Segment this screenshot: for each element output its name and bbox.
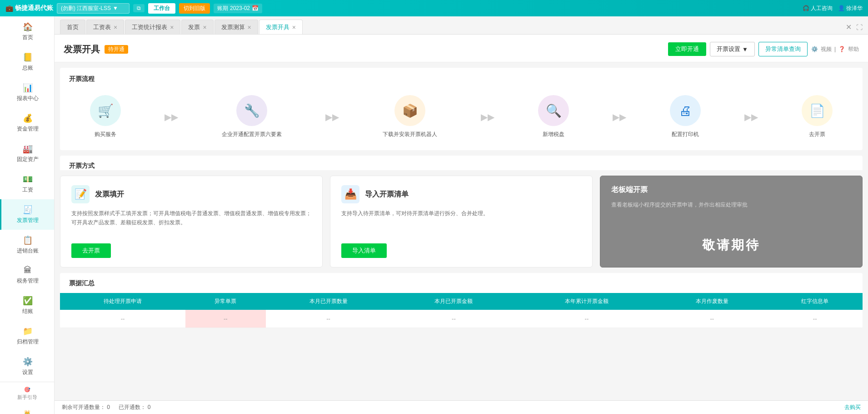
process-step-config: 🔧 企业开通配置开票六要素 bbox=[222, 95, 282, 138]
maximize-icon[interactable]: ⛶ bbox=[856, 24, 863, 31]
th-monthly-count: 本月已开票数量 bbox=[266, 293, 391, 310]
sidebar-item-archive[interactable]: 📁 归档管理 bbox=[0, 321, 54, 351]
invoice-methods-grid: 📝 发票填开 支持按照发票样式手工填开发票；可开具增值税电子普通发票、增值税普通… bbox=[60, 176, 863, 268]
sidebar-item-label: 工资 bbox=[22, 186, 33, 194]
customer-service-btn[interactable]: 🎧 人工咨询 bbox=[803, 5, 833, 12]
import-list-icon: 📥 bbox=[341, 185, 359, 203]
process-step-taxdisk: 🔍 新增税盘 bbox=[538, 95, 569, 138]
sidebar-item-ledger[interactable]: 📒 总账 bbox=[0, 47, 54, 77]
buy-link[interactable]: 去购买 bbox=[844, 404, 861, 411]
status-badge: 待开通 bbox=[105, 45, 128, 54]
top-bar-left: 💼 畅捷通易代账 (勿删) 江西服室-LSS ▼ ⧉ 工作台 切到旧版 账期 2… bbox=[5, 3, 262, 14]
sidebar-item-settings[interactable]: ⚙️ 设置 bbox=[0, 351, 54, 382]
tab-close-icon[interactable]: × bbox=[203, 24, 206, 30]
start-invoice-label: 去开票 bbox=[809, 131, 825, 138]
go-invoice-button[interactable]: 去开票 bbox=[71, 243, 111, 258]
sidebar-item-salary[interactable]: 💵 工资 bbox=[0, 169, 54, 199]
main-layout: 🏠 首页 📒 总账 📊 报表中心 💰 资金管理 🏭 固定资产 💵 工资 bbox=[0, 16, 868, 414]
tab-label: 工资统计报表 bbox=[132, 23, 167, 31]
th-pending: 待处理开票申请 bbox=[60, 293, 185, 310]
methods-section-wrapper: 开票方式 bbox=[55, 156, 868, 176]
tab-home[interactable]: 首页 bbox=[60, 20, 85, 34]
tab-invoice-tool[interactable]: 发票开具 × bbox=[259, 20, 303, 34]
tab-invoice-calc[interactable]: 发票测算 × bbox=[215, 20, 258, 34]
manual-fill-icon: 📝 bbox=[71, 185, 90, 203]
abnormal-query-button[interactable]: 异常清单查询 bbox=[758, 42, 808, 56]
sidebar-item-member[interactable]: 👑 畅会员 bbox=[0, 405, 54, 414]
tab-invoice-list[interactable]: 发票 × bbox=[181, 20, 213, 34]
process-step-start: 📄 去开票 bbox=[802, 95, 833, 138]
method-header-boss: 老板端开票 bbox=[611, 185, 851, 195]
company-selector[interactable]: (勿删) 江西服室-LSS ▼ bbox=[57, 3, 130, 14]
assets-icon: 🏭 bbox=[23, 144, 33, 154]
page-area: 发票开具 待开通 立即开通 开票设置 ▼ 异常清单查询 ⚙️ 视频 bbox=[55, 35, 868, 400]
td-abnormal: -- bbox=[185, 310, 266, 328]
sidebar-item-purchase[interactable]: 📋 进销台账 bbox=[0, 230, 54, 260]
sidebar-item-funds[interactable]: 💰 资金管理 bbox=[0, 108, 54, 138]
sidebar-item-guide[interactable]: 🎯 新手引导 bbox=[0, 382, 54, 405]
sidebar-item-settlement[interactable]: ✅ 结账 bbox=[0, 290, 54, 321]
tab-close-icon[interactable]: × bbox=[248, 24, 251, 30]
open-settings-button[interactable]: 开票设置 ▼ bbox=[710, 42, 755, 56]
summary-table: 待处理开票申请 异常单票 本月已开票数量 本月已开票金额 本年累计开票金额 本月… bbox=[60, 293, 863, 328]
start-invoice-icon: 📄 bbox=[802, 95, 833, 126]
sidebar-item-label: 设置 bbox=[22, 369, 33, 376]
process-step-download: 📦 下载并安装开票机器人 bbox=[383, 95, 437, 138]
page-header: 发票开具 待开通 立即开通 开票设置 ▼ 异常清单查询 ⚙️ 视频 bbox=[55, 35, 868, 62]
th-void-count: 本月作废数量 bbox=[657, 293, 767, 310]
home-icon: 🏠 bbox=[23, 22, 33, 32]
import-list-button[interactable]: 导入清单 bbox=[341, 243, 387, 258]
add-taxdisk-icon: 🔍 bbox=[538, 95, 569, 126]
open-settings-label: 开票设置 bbox=[717, 45, 740, 53]
td-void-count: -- bbox=[657, 310, 767, 328]
add-taxdisk-label: 新增税盘 bbox=[543, 131, 564, 138]
sidebar-item-reports[interactable]: 📊 报表中心 bbox=[0, 77, 54, 108]
opened-label: 已开通数： bbox=[119, 404, 146, 410]
switch-version-button[interactable]: 切到旧版 bbox=[179, 3, 210, 14]
sidebar-item-tax[interactable]: 🏛 税务管理 bbox=[0, 260, 54, 290]
tax-icon: 🏛 bbox=[24, 266, 32, 275]
boss-terminal-name: 老板端开票 bbox=[611, 185, 648, 195]
top-bar-right: 🎧 人工咨询 👤 徐泽华 bbox=[803, 5, 863, 12]
copy-button[interactable]: ⧉ bbox=[133, 4, 145, 12]
td-pending: -- bbox=[60, 310, 185, 328]
tab-close-icon[interactable]: × bbox=[170, 24, 174, 30]
sidebar-item-home[interactable]: 🏠 首页 bbox=[0, 16, 54, 47]
tab-salary-stats[interactable]: 工资统计报表 × bbox=[125, 20, 180, 34]
tab-close-icon[interactable]: × bbox=[292, 24, 296, 30]
buy-service-icon: 🛒 bbox=[90, 95, 121, 126]
workspace-button[interactable]: 工作台 bbox=[148, 3, 175, 14]
sidebar-item-invoice[interactable]: 🧾 发票管理 bbox=[0, 199, 54, 230]
sidebar-item-label: 进销台账 bbox=[17, 247, 39, 255]
arrow-icon-3: ▶▶ bbox=[481, 111, 494, 122]
header-right-icons: ⚙️ 视频 | ❓ 帮助 bbox=[811, 45, 859, 53]
sidebar-bottom-label: 新手引导 bbox=[17, 394, 37, 401]
manual-fill-name: 发票填开 bbox=[95, 190, 124, 199]
remaining-label: 剩余可开通数量： bbox=[62, 404, 105, 410]
sidebar-item-label: 归档管理 bbox=[17, 338, 39, 346]
tab-label: 发票 bbox=[188, 23, 200, 31]
tab-label: 发票测算 bbox=[221, 23, 245, 31]
sidebar-item-assets[interactable]: 🏭 固定资产 bbox=[0, 138, 54, 169]
download-robot-label: 下载并安装开票机器人 bbox=[383, 131, 437, 138]
close-tab-btn[interactable]: ✕ bbox=[844, 22, 853, 32]
tab-close-icon[interactable]: × bbox=[114, 24, 117, 30]
arrow-icon-1: ▶▶ bbox=[165, 111, 178, 122]
sidebar: 🏠 首页 📒 总账 📊 报表中心 💰 资金管理 🏭 固定资产 💵 工资 bbox=[0, 16, 55, 414]
user-icon: 👤 bbox=[838, 5, 845, 11]
user-profile-btn[interactable]: 👤 徐泽华 bbox=[838, 5, 863, 12]
table-row: -- -- -- -- -- -- -- bbox=[60, 310, 863, 328]
th-abnormal: 异常单票 bbox=[185, 293, 266, 310]
dropdown-chevron-icon: ▼ bbox=[742, 46, 748, 53]
settings-icon: ⚙️ bbox=[23, 357, 33, 367]
sidebar-item-label: 固定资产 bbox=[17, 156, 39, 163]
th-yearly-amount: 本年累计开票金额 bbox=[516, 293, 657, 310]
th-monthly-amount: 本月已开票金额 bbox=[391, 293, 516, 310]
td-monthly-count: -- bbox=[266, 310, 391, 328]
sidebar-item-label: 总账 bbox=[22, 64, 33, 72]
methods-title: 开票方式 bbox=[60, 156, 863, 170]
open-now-button[interactable]: 立即开通 bbox=[668, 42, 706, 56]
settings-gear-icon: ⚙️ bbox=[811, 46, 818, 52]
calendar-icon[interactable]: 📅 bbox=[252, 5, 259, 11]
tab-salary-table[interactable]: 工资表 × bbox=[86, 20, 124, 34]
